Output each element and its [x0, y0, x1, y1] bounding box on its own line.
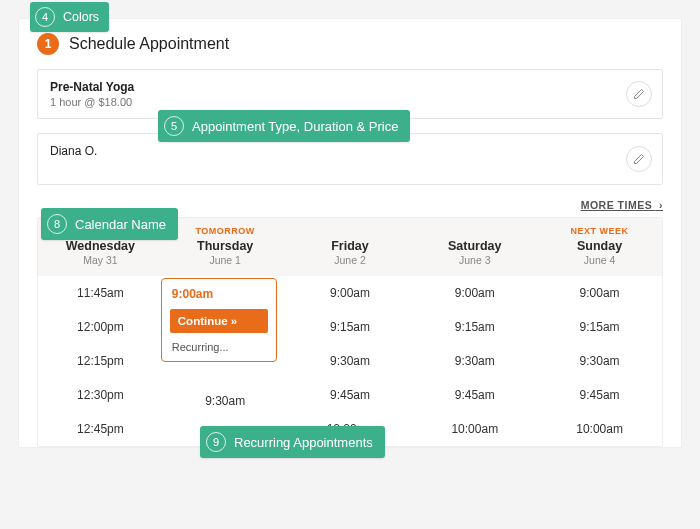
- slot-column: 9:00am 9:15am 9:30am 9:00am Continue » R…: [163, 276, 288, 446]
- page-title-row: 1 Schedule Appointment: [37, 33, 663, 55]
- callout-number: 5: [164, 116, 184, 136]
- time-slot[interactable]: 9:45am: [537, 378, 662, 412]
- callout-number: 9: [206, 432, 226, 452]
- slot-column: 9:00am 9:15am 9:30am 9:45am 10:00am: [288, 276, 413, 446]
- time-slot[interactable]: 12:15pm: [38, 344, 163, 378]
- edit-calendar-button[interactable]: [626, 146, 652, 172]
- time-slot[interactable]: 9:30am: [412, 344, 537, 378]
- callout-appointment-type: 5 Appointment Type, Duration & Price: [158, 110, 410, 142]
- time-slot[interactable]: 9:30am: [537, 344, 662, 378]
- continue-button[interactable]: Continue »: [170, 309, 268, 333]
- schedule-table: TODAY Wednesday May 31 TOMORROW Thursday…: [37, 217, 663, 447]
- callout-label: Calendar Name: [75, 217, 166, 232]
- time-slot[interactable]: 10:00am: [412, 412, 537, 446]
- day-header: NEXT WEEK Sunday June 4: [537, 218, 662, 276]
- callout-colors: 4 Colors: [30, 2, 109, 32]
- chevron-right-icon: ›: [656, 199, 663, 211]
- callout-label: Recurring Appointments: [234, 435, 373, 450]
- time-slot[interactable]: [163, 364, 288, 384]
- time-slot[interactable]: 9:15am: [412, 310, 537, 344]
- time-slot[interactable]: 9:15am: [288, 310, 413, 344]
- time-slot[interactable]: 12:00pm: [38, 310, 163, 344]
- time-slot[interactable]: 9:00am: [412, 276, 537, 310]
- time-slot[interactable]: 11:45am: [38, 276, 163, 310]
- day-header: Saturday June 3: [412, 218, 537, 276]
- callout-number: 4: [35, 7, 55, 27]
- selected-time: 9:00am: [170, 287, 268, 301]
- slot-column: 9:00am 9:15am 9:30am 9:45am 10:00am: [412, 276, 537, 446]
- callout-calendar-name: 8 Calendar Name: [41, 208, 178, 240]
- appointment-name: Pre-Natal Yoga: [50, 80, 650, 94]
- more-times-label: MORE TIMES: [581, 199, 653, 211]
- page-title: Schedule Appointment: [69, 35, 229, 53]
- calendar-name: Diana O.: [50, 144, 650, 158]
- time-slot[interactable]: 9:00am: [537, 276, 662, 310]
- time-slot[interactable]: 9:30am: [163, 384, 288, 418]
- slot-column: 9:00am 9:15am 9:30am 9:45am 10:00am: [537, 276, 662, 446]
- callout-recurring: 9 Recurring Appointments: [200, 426, 385, 458]
- appointment-detail: 1 hour @ $18.00: [50, 96, 650, 108]
- schedule-body: 11:45am 12:00pm 12:15pm 12:30pm 12:45pm …: [38, 276, 662, 446]
- time-slot[interactable]: 9:30am: [288, 344, 413, 378]
- day-header: TOMORROW Thursday June 1: [163, 218, 288, 276]
- day-header: Friday June 2: [288, 218, 413, 276]
- step-badge: 1: [37, 33, 59, 55]
- slot-column: 11:45am 12:00pm 12:15pm 12:30pm 12:45pm: [38, 276, 163, 446]
- time-slot[interactable]: 9:00am: [288, 276, 413, 310]
- callout-label: Colors: [63, 10, 99, 24]
- time-slot[interactable]: 12:45pm: [38, 412, 163, 446]
- pencil-icon: [633, 153, 645, 165]
- time-slot[interactable]: 12:30pm: [38, 378, 163, 412]
- edit-appointment-button[interactable]: [626, 81, 652, 107]
- time-slot[interactable]: 9:15am: [537, 310, 662, 344]
- callout-number: 8: [47, 214, 67, 234]
- time-slot[interactable]: 10:00am: [537, 412, 662, 446]
- time-slot-popover: 9:00am Continue » Recurring...: [161, 278, 277, 362]
- callout-label: Appointment Type, Duration & Price: [192, 119, 398, 134]
- time-slot[interactable]: 9:45am: [412, 378, 537, 412]
- pencil-icon: [633, 88, 645, 100]
- recurring-button[interactable]: Recurring...: [170, 339, 231, 355]
- time-slot[interactable]: 9:45am: [288, 378, 413, 412]
